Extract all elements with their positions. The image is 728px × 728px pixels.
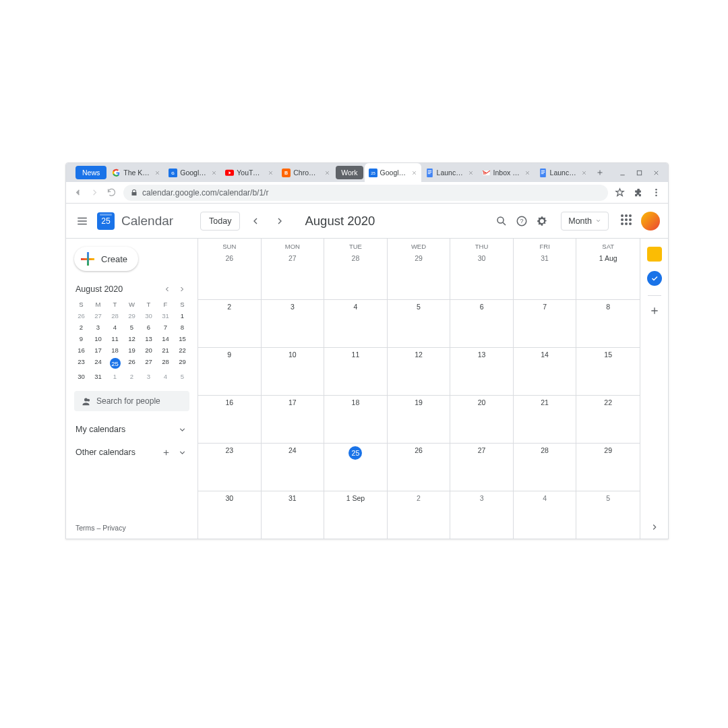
day-cell[interactable]: 2 [198,300,262,347]
day-cell[interactable]: 31 [262,491,325,539]
collapse-panel-icon[interactable] [650,522,659,532]
day-cell[interactable]: 19 [388,396,451,443]
kebab-icon[interactable] [651,187,661,198]
browser-tab[interactable]: The Key… [108,163,164,182]
day-cell[interactable]: 26 [198,251,262,299]
mini-day-cell[interactable]: 25 [107,357,123,370]
mini-day-cell[interactable]: 5 [174,371,191,382]
tab-close-icon[interactable] [468,170,474,176]
mini-day-cell[interactable]: 28 [107,311,123,321]
star-icon[interactable] [615,187,625,198]
day-cell[interactable]: 17 [262,396,325,443]
mini-day-cell[interactable]: 30 [73,371,90,382]
day-cell[interactable]: 16 [198,396,262,443]
settings-gear-icon[interactable] [535,214,549,228]
add-addon-icon[interactable] [649,305,660,316]
mini-day-cell[interactable]: 11 [107,334,123,344]
day-cell[interactable]: 29 [576,444,640,491]
day-cell[interactable]: 28 [324,251,388,299]
day-cell[interactable]: 8 [576,300,640,347]
mini-day-cell[interactable]: 29 [123,311,140,321]
day-cell[interactable]: 3 [262,300,325,347]
day-cell[interactable]: 31 [514,251,577,299]
mini-day-cell[interactable]: 20 [140,345,157,355]
tab-close-icon[interactable] [211,170,217,176]
browser-tab[interactable]: News [75,166,107,179]
mini-day-cell[interactable]: 26 [123,357,140,370]
mini-day-cell[interactable]: 28 [157,357,174,370]
mini-day-cell[interactable]: 2 [123,371,140,382]
mini-day-cell[interactable]: 1 [174,311,191,321]
browser-tab[interactable]: MInbox (1… [478,163,535,182]
mini-day-cell[interactable]: 9 [73,334,90,344]
mini-day-cell[interactable]: 10 [90,334,107,344]
main-menu-icon[interactable] [74,213,90,229]
mini-day-cell[interactable]: 5 [123,322,140,332]
address-field[interactable]: calendar.google.com/calendar/b/1/r [123,185,608,201]
day-cell[interactable]: 1 Sep [324,491,388,539]
extensions-icon[interactable] [633,187,643,198]
mini-day-cell[interactable]: 26 [73,311,90,321]
day-cell[interactable]: 18 [324,396,388,443]
mini-day-cell[interactable]: 30 [140,311,157,321]
tasks-icon[interactable] [647,271,662,286]
forward-icon[interactable] [90,187,100,198]
day-cell[interactable]: 20 [450,396,514,443]
mini-day-cell[interactable]: 4 [157,371,174,382]
mini-day-cell[interactable]: 29 [174,357,191,370]
day-cell[interactable]: 1 Aug [576,251,640,299]
day-cell[interactable]: 4 [324,300,388,347]
day-cell[interactable]: 27 [450,444,514,491]
minimize-icon[interactable] [619,169,626,177]
day-cell[interactable]: 5 [388,300,451,347]
day-cell[interactable]: 3 [450,491,514,539]
day-cell[interactable]: 6 [450,300,514,347]
day-cell[interactable]: 4 [514,491,577,539]
other-calendars-section[interactable]: Other calendars [71,441,192,464]
add-calendar-icon[interactable] [160,446,172,458]
mini-day-cell[interactable]: 23 [73,357,90,370]
day-cell[interactable]: 10 [262,348,325,395]
tab-close-icon[interactable] [154,170,160,176]
mini-day-cell[interactable]: 17 [90,345,107,355]
mini-calendar-grid[interactable]: SMTWTFS262728293031123456789101112131415… [71,299,192,382]
browser-tab[interactable]: Launch … [535,163,591,182]
mini-day-cell[interactable]: 21 [157,345,174,355]
next-period-icon[interactable] [271,212,289,230]
day-cell[interactable]: 7 [514,300,577,347]
browser-tab[interactable]: GGoogle … [164,163,221,182]
day-cell[interactable]: 25 [324,444,388,491]
day-cell[interactable]: 13 [450,348,514,395]
day-cell[interactable]: 12 [388,348,451,395]
day-cell[interactable]: 14 [514,348,577,395]
day-cell[interactable]: 30 [450,251,514,299]
search-icon[interactable] [495,214,508,228]
tab-close-icon[interactable] [324,170,330,176]
day-cell[interactable]: 15 [576,348,640,395]
tab-close-icon[interactable] [581,170,587,176]
reload-icon[interactable] [107,187,117,198]
new-tab-icon[interactable] [591,163,609,182]
mini-day-cell[interactable]: 31 [157,311,174,321]
mini-day-cell[interactable]: 22 [174,345,191,355]
day-cell[interactable]: 24 [262,444,325,491]
keep-icon[interactable] [647,247,662,262]
day-cell[interactable]: 23 [198,444,262,491]
back-icon[interactable] [73,187,83,198]
browser-tab[interactable]: 25Google … [365,163,421,182]
browser-tab[interactable]: YouTube [221,163,278,182]
prev-period-icon[interactable] [247,212,264,230]
day-cell[interactable]: 9 [198,348,262,395]
mini-day-cell[interactable]: 1 [107,371,123,382]
mini-day-cell[interactable]: 19 [123,345,140,355]
create-button[interactable]: Create [74,247,138,271]
mini-day-cell[interactable]: 12 [123,334,140,344]
day-cell[interactable]: 5 [576,491,640,539]
day-cell[interactable]: 27 [262,251,325,299]
mini-day-cell[interactable]: 4 [107,322,123,332]
google-apps-icon[interactable] [621,214,634,228]
mini-day-cell[interactable]: 7 [157,322,174,332]
mini-day-cell[interactable]: 3 [90,322,107,332]
mini-day-cell[interactable]: 15 [174,334,191,344]
close-window-icon[interactable] [653,169,660,177]
